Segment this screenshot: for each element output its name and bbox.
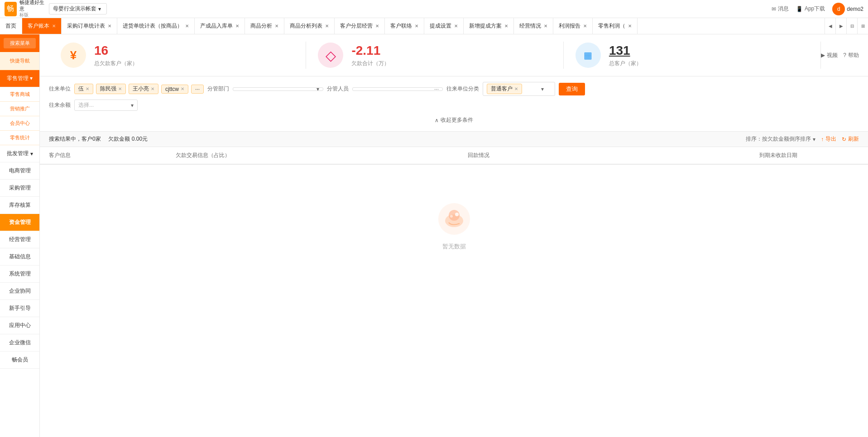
category-tag-normal-label: 普通客户 (491, 85, 513, 93)
video-button[interactable]: ▶ 视频 (821, 52, 838, 59)
unit-tag-chen-remove[interactable]: ✕ (118, 86, 122, 91)
nav-expand-button[interactable]: ⊞ (857, 18, 868, 34)
nav-next-button[interactable]: ▶ (835, 18, 846, 34)
unit-tag-wu: 伍 ✕ (74, 84, 93, 94)
search-menu-button[interactable]: 搜索菜单 (4, 38, 36, 48)
tab-product-analysis[interactable]: 商品分析 ✕ (245, 18, 284, 34)
sidebar-item-base-info[interactable]: 基础信息 (0, 248, 39, 266)
sidebar-item-inventory[interactable]: 库存核算 (0, 197, 39, 214)
unit-tag-wu-remove[interactable]: ✕ (86, 86, 89, 91)
tab-product-analysis-list[interactable]: 商品分析列表 ✕ (284, 18, 335, 34)
tab-product-analysis-list-close[interactable]: ✕ (325, 24, 329, 28)
sidebar-item-member-center[interactable]: 会员中心 (0, 116, 39, 131)
tab-purchase-order-stats[interactable]: 采购订单统计表 ✕ (62, 18, 117, 34)
tab-purchase-stats-by-product-close[interactable]: ✕ (185, 24, 189, 28)
balance-filter-label: 往来余额 (49, 101, 71, 109)
sidebar-item-system[interactable]: 系统管理 (0, 266, 39, 283)
collapse-button[interactable]: ∧ 收起更多条件 (431, 114, 477, 126)
tab-retail-profit[interactable]: 零售利润（ ✕ (593, 18, 638, 34)
sidebar-item-newbie-guide[interactable]: 新手引导 (0, 300, 39, 317)
sidebar-item-enterprise-collab[interactable]: 企业协同 (0, 283, 39, 300)
unit-more-button[interactable]: ··· (191, 85, 204, 94)
sidebar-item-purchase[interactable]: 采购管理 (0, 180, 39, 197)
tab-profit-report[interactable]: 利润报告 ✕ (553, 18, 593, 34)
nav-prev-button[interactable]: ◀ (825, 18, 835, 34)
tab-customer-tier[interactable]: 客户分层经营 ✕ (335, 18, 385, 34)
tab-product-analysis-close[interactable]: ✕ (275, 24, 278, 28)
tab-commission-settings[interactable]: 提成设置 ✕ (424, 18, 464, 34)
stat-card-debt: ◇ -2.11 欠款合计（万） (306, 42, 563, 69)
sidebar-item-retail-stats[interactable]: 零售统计 (0, 131, 39, 145)
sidebar-item-business[interactable]: 经营管理 (0, 231, 39, 248)
tab-customer-contact-close[interactable]: ✕ (415, 24, 418, 28)
sidebar-item-wholesale[interactable]: 批发管理 ▾ (0, 145, 39, 162)
logo-area: 畅 畅捷通好生意 标版 (5, 0, 44, 18)
industry-chevron-icon: ▾ (98, 6, 101, 12)
export-label: 导出 (825, 135, 836, 143)
industry-selector[interactable]: 母婴行业演示帐套 ▾ (49, 3, 107, 14)
balance-select[interactable]: 选择... ▾ (74, 100, 138, 111)
sort-chevron-icon[interactable]: ▾ (813, 136, 815, 142)
top-right: ✉ 消息 📱 App下载 d demo2 (772, 3, 863, 15)
sidebar-item-retail-stats-label: 零售统计 (10, 135, 30, 140)
refresh-button[interactable]: ↻ 刷新 (842, 135, 859, 143)
help-icon: ? (843, 52, 846, 58)
sidebar-item-wholesale-label: 批发管理 (7, 150, 29, 157)
tab-purchase-stats-by-product[interactable]: 进货单统计表（按商品） ✕ (117, 18, 195, 34)
tab-profit-report-label: 利润报告 (559, 22, 580, 30)
user-menu[interactable]: d demo2 (832, 3, 863, 15)
sidebar-item-retail-mall[interactable]: 零售商城 (0, 87, 39, 102)
unit-filter-tags: 伍 ✕ 陈民强 ✕ 王小亮 ✕ cjttcw ✕ ··· (74, 84, 204, 94)
sidebar-item-retail[interactable]: 零售管理 ▾ (0, 70, 39, 87)
tab-customer-ledger-close[interactable]: ✕ (52, 24, 56, 28)
quick-nav-button[interactable]: 快捷导航 (4, 56, 36, 66)
export-button[interactable]: ↑ 导出 (821, 135, 836, 143)
stat-icon-total: ▦ (575, 42, 602, 69)
tab-business-situation-close[interactable]: ✕ (544, 24, 547, 28)
tab-add-commission[interactable]: 新增提成方案 ✕ (464, 18, 514, 34)
tab-business-situation[interactable]: 经营情况 ✕ (514, 18, 553, 34)
message-button[interactable]: ✉ 消息 (772, 5, 789, 13)
sidebar-item-ecommerce[interactable]: 电商管理 (0, 162, 39, 180)
unit-tag-cjttcw-remove[interactable]: ✕ (181, 86, 184, 91)
tab-retail-profit-close[interactable]: ✕ (628, 24, 632, 28)
sidebar-item-enterprise-wechat-label: 企业微信 (9, 339, 31, 346)
unit-tag-wang: 王小亮 ✕ (129, 84, 158, 94)
tab-add-commission-label: 新增提成方案 (469, 22, 502, 30)
video-label: 视频 (827, 52, 838, 59)
tab-finished-goods[interactable]: 产成品入库单 ✕ (195, 18, 245, 34)
collapse-up-icon: ∧ (435, 117, 439, 124)
svg-point-4 (450, 215, 453, 218)
tab-commission-settings-close[interactable]: ✕ (454, 24, 458, 28)
person-select[interactable]: ··· (352, 87, 443, 91)
sidebar-item-enterprise-wechat[interactable]: 企业微信 (0, 334, 39, 352)
help-button[interactable]: ? 帮助 (843, 52, 859, 59)
sidebar-item-app-center[interactable]: 应用中心 (0, 317, 39, 334)
refresh-icon: ↻ (842, 136, 846, 142)
unit-category-select[interactable]: 普通客户 ✕ ▾ (483, 82, 555, 96)
app-download-button[interactable]: 📱 App下载 (796, 5, 825, 13)
nav-collapse-button[interactable]: ⊟ (846, 18, 857, 34)
tab-purchase-order-stats-close[interactable]: ✕ (108, 24, 111, 28)
tab-home[interactable]: 首页 (0, 18, 22, 34)
tab-finished-goods-close[interactable]: ✕ (235, 24, 239, 28)
result-info: 搜索结果中，客户0家 欠款金额 0.00元 (49, 135, 148, 143)
dept-select[interactable]: ▾ (233, 87, 323, 91)
content-area: ¥ 16 总欠款客户（家） ◇ -2.11 欠款合计（万） ▦ (40, 34, 868, 437)
query-button[interactable]: 查询 (559, 83, 585, 95)
stat-value-debt: -2.11 (351, 43, 389, 58)
tab-customer-tier-close[interactable]: ✕ (375, 24, 379, 28)
tab-product-analysis-label: 商品分析 (250, 22, 272, 30)
sidebar-item-marketing[interactable]: 营销推广 (0, 102, 39, 116)
sidebar-item-finance[interactable]: 资金管理 (0, 214, 39, 231)
tab-customer-ledger[interactable]: 客户账本 ✕ (22, 18, 62, 34)
sidebar-item-chang-member[interactable]: 畅会员 (0, 352, 39, 369)
tab-add-commission-close[interactable]: ✕ (504, 24, 508, 28)
unit-tag-wu-label: 伍 (78, 85, 84, 93)
tab-profit-report-close[interactable]: ✕ (583, 24, 587, 28)
unit-tag-wang-remove[interactable]: ✕ (151, 86, 154, 91)
tab-customer-contact[interactable]: 客户联络 ✕ (385, 18, 424, 34)
balance-chevron-icon: ▾ (131, 102, 134, 109)
category-tag-normal-remove[interactable]: ✕ (514, 86, 518, 91)
play-icon: ▶ (821, 52, 825, 58)
